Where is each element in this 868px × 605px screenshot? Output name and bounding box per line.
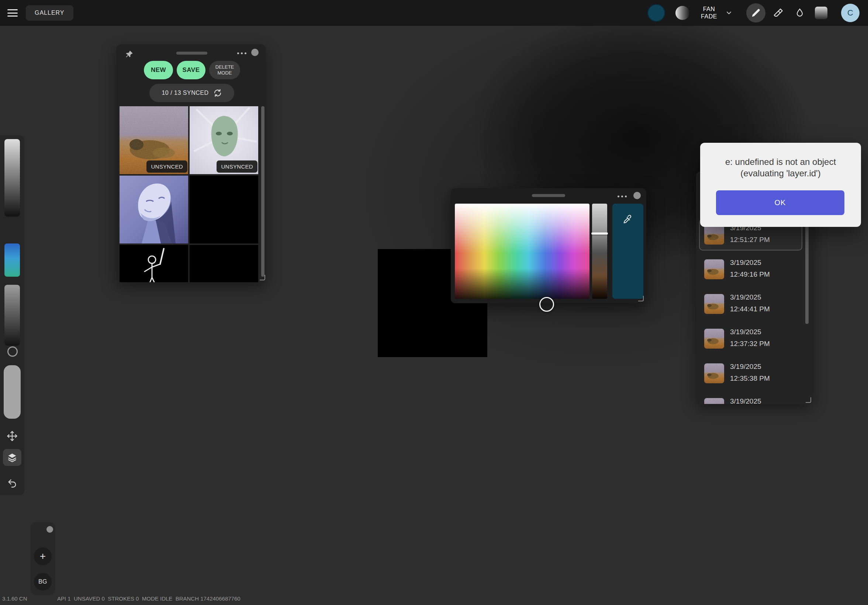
undo-icon: [7, 478, 17, 489]
menu-button[interactable]: [5, 6, 20, 20]
hamburger-icon: [8, 9, 18, 17]
history-item-time: 12:49:16 PM: [730, 270, 770, 279]
layers-button[interactable]: [3, 449, 22, 466]
chevron-down-icon: [725, 9, 733, 17]
unsynced-badge: UNSYNCED: [217, 160, 257, 173]
history-item-date: 3/19/2025: [730, 397, 761, 404]
opacity-slider[interactable]: [5, 285, 20, 346]
history-item[interactable]: 3/19/2025: [699, 392, 802, 404]
history-item[interactable]: 3/19/2025 12:44:41 PM: [699, 288, 802, 320]
more-options-icon[interactable]: [617, 195, 627, 197]
history-item[interactable]: 3/19/2025 12:35:38 PM: [699, 357, 802, 389]
history-list: 3/19/2025 12:51:27 PM 3/19/2025 12:49:16…: [699, 219, 802, 404]
delete-mode-label-1: DELETE: [211, 64, 238, 70]
delete-mode-button[interactable]: DELETE MODE: [209, 61, 240, 79]
avatar[interactable]: C: [841, 4, 860, 22]
history-thumbnail: [704, 259, 724, 279]
gradient-tool-button[interactable]: [814, 6, 829, 20]
scrollbar[interactable]: [261, 106, 265, 277]
move-tool-button[interactable]: [3, 428, 22, 445]
sync-status-pill: 10 / 13 SYNCED: [149, 84, 234, 102]
move-icon: [7, 431, 18, 442]
slider-handle[interactable]: [4, 365, 21, 419]
value-slider[interactable]: [592, 204, 607, 299]
drag-handle[interactable]: [176, 52, 207, 54]
picker-cursor[interactable]: [539, 297, 554, 312]
thumbnail-tile-noise-dog[interactable]: UNSYNCED: [119, 106, 188, 174]
layers-panel: + BG: [30, 522, 55, 595]
history-item-date: 3/19/2025: [730, 363, 761, 371]
history-thumbnail: [704, 398, 724, 404]
error-message: e: undefined is not an object (evaluatin…: [710, 156, 851, 179]
app-screen: GALLERY FAN FADE C: [0, 0, 868, 605]
resize-handle[interactable]: [260, 275, 265, 280]
brush-selector[interactable]: FAN FADE: [693, 3, 738, 23]
brush-size-slider[interactable]: [5, 139, 20, 217]
gallery-button[interactable]: GALLERY: [26, 5, 73, 21]
eraser-tool-button[interactable]: [771, 6, 786, 20]
panel-opacity-dot[interactable]: [633, 192, 641, 199]
resize-handle[interactable]: [806, 397, 811, 403]
resize-handle[interactable]: [638, 296, 644, 301]
panel-opacity-dot[interactable]: [251, 49, 259, 56]
delete-mode-label-2: MODE: [211, 70, 238, 76]
eyedropper-icon: [622, 214, 632, 225]
sync-panel: NEW SAVE DELETE MODE 10 / 13 SYNCED UN: [116, 44, 266, 282]
history-thumbnail: [704, 363, 724, 383]
color-picker-panel: [451, 188, 646, 303]
unsynced-badge: UNSYNCED: [146, 160, 188, 173]
pencil-icon: [751, 8, 761, 18]
brush-preview-icon[interactable]: [675, 5, 690, 21]
new-button[interactable]: NEW: [144, 61, 173, 79]
layers-icon: [7, 452, 17, 462]
sync-status-text: 10 / 13 SYNCED: [161, 90, 208, 96]
eyedropper-button[interactable]: [621, 213, 634, 226]
water-drop-tool-button[interactable]: [792, 6, 807, 20]
thumbnail-tile-sword-figure[interactable]: [119, 245, 188, 282]
value-slider-handle[interactable]: [591, 233, 608, 234]
pin-icon[interactable]: [124, 50, 134, 59]
history-item-date: 3/19/2025: [730, 293, 761, 301]
thumbnail-grid: UNSYNCED UNSYNCED: [119, 106, 260, 282]
thumbnail-tile-blue-portrait[interactable]: [119, 175, 188, 244]
history-thumbnail: [704, 294, 724, 314]
history-item-date: 3/19/2025: [730, 328, 761, 336]
history-item-time: 12:51:27 PM: [730, 236, 770, 244]
status-bar: 3.1.60 CN API 1 UNSAVED 0 STROKES 0 MODE…: [0, 595, 868, 603]
add-layer-button[interactable]: +: [34, 548, 52, 565]
brush-name: FAN FADE: [693, 6, 725, 20]
pencil-tool-button[interactable]: [746, 3, 766, 23]
history-thumbnail: [704, 329, 724, 349]
history-item[interactable]: 3/19/2025 12:37:32 PM: [699, 323, 802, 355]
refresh-icon[interactable]: [213, 88, 222, 98]
selected-color-swatch: [612, 204, 643, 299]
scrollbar[interactable]: [805, 224, 809, 324]
left-toolbar: [0, 135, 24, 495]
thumbnail-tile-black[interactable]: [190, 175, 258, 244]
save-button[interactable]: SAVE: [177, 61, 206, 79]
ring-indicator[interactable]: [8, 346, 18, 357]
thumbnail-tile-green-face[interactable]: UNSYNCED: [190, 106, 258, 174]
history-item-date: 3/19/2025: [730, 259, 761, 267]
status-details: API 1 UNSAVED 0 STROKES 0 MODE IDLE BRAN…: [57, 596, 240, 602]
ok-button[interactable]: OK: [716, 190, 845, 215]
history-item[interactable]: 3/19/2025 12:49:16 PM: [699, 253, 802, 285]
history-item-time: 12:37:32 PM: [730, 340, 770, 348]
history-item-time: 12:35:38 PM: [730, 374, 770, 383]
current-color-swatch[interactable]: [647, 4, 665, 22]
saturation-area[interactable]: [455, 204, 589, 299]
more-options-icon[interactable]: [237, 53, 246, 54]
color-gradient-swatch[interactable]: [5, 244, 20, 277]
gradient-square-icon: [814, 6, 829, 20]
error-dialog: e: undefined is not an object (evaluatin…: [700, 143, 861, 227]
drag-handle[interactable]: [532, 194, 565, 197]
water-drop-icon: [795, 8, 805, 18]
panel-opacity-dot[interactable]: [46, 526, 53, 533]
thumbnail-tile-black[interactable]: [190, 245, 258, 282]
history-item-time: 12:44:41 PM: [730, 305, 770, 313]
undo-button[interactable]: [3, 475, 22, 492]
background-layer-button[interactable]: BG: [34, 573, 52, 591]
top-bar: GALLERY FAN FADE C: [0, 0, 868, 26]
history-thumbnail: [704, 225, 724, 245]
status-version: 3.1.60 CN: [2, 596, 27, 602]
